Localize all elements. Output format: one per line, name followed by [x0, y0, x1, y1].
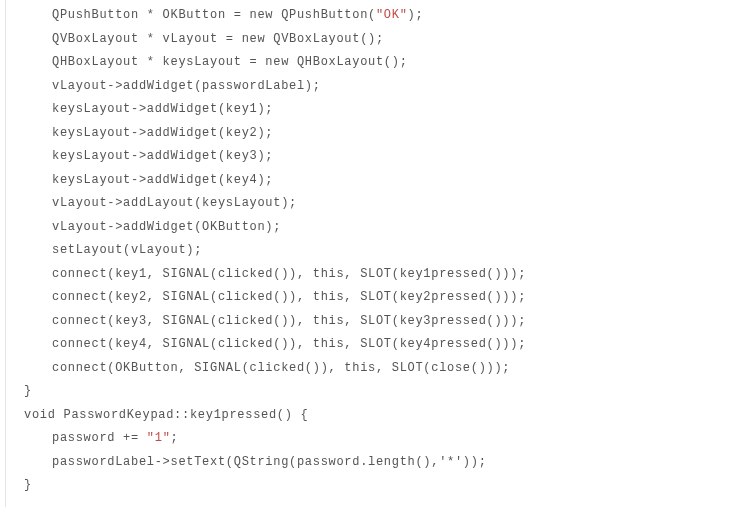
code-line: QHBoxLayout * keysLayout = new QHBoxLayo…	[12, 51, 752, 75]
code-text: QPushButton * OKButton = new QPushButton…	[52, 8, 376, 22]
code-text: passwordLabel->setText(QString(password.…	[52, 455, 487, 469]
code-line: vLayout->addWidget(OKButton);	[12, 216, 752, 240]
code-line: keysLayout->addWidget(key3);	[12, 145, 752, 169]
code-text: vLayout->addLayout(keysLayout);	[52, 196, 297, 210]
code-text: QHBoxLayout * keysLayout = new QHBoxLayo…	[52, 55, 408, 69]
string-literal: "1"	[147, 431, 171, 445]
code-text: keysLayout->addWidget(key4);	[52, 173, 273, 187]
code-line: connect(key2, SIGNAL(clicked()), this, S…	[12, 286, 752, 310]
code-line: keysLayout->addWidget(key1);	[12, 98, 752, 122]
code-line: vLayout->addLayout(keysLayout);	[12, 192, 752, 216]
code-text: connect(OKButton, SIGNAL(clicked()), thi…	[52, 361, 510, 375]
code-line: void PasswordKeypad::key1pressed() {	[12, 404, 752, 428]
code-text: ;	[171, 431, 179, 445]
code-text: connect(key1, SIGNAL(clicked()), this, S…	[52, 267, 526, 281]
code-text: password +=	[52, 431, 147, 445]
code-text: keysLayout->addWidget(key3);	[52, 149, 273, 163]
code-line: keysLayout->addWidget(key2);	[12, 122, 752, 146]
code-text: connect(key4, SIGNAL(clicked()), this, S…	[52, 337, 526, 351]
code-text: );	[408, 8, 424, 22]
code-line: password += "1";	[12, 427, 752, 451]
code-line: connect(key3, SIGNAL(clicked()), this, S…	[12, 310, 752, 334]
code-line: connect(key1, SIGNAL(clicked()), this, S…	[12, 263, 752, 287]
code-line: }	[12, 380, 752, 404]
gutter-border	[5, 0, 6, 507]
code-text: connect(key3, SIGNAL(clicked()), this, S…	[52, 314, 526, 328]
code-text: void PasswordKeypad::key1pressed() {	[24, 408, 308, 422]
code-text: QVBoxLayout * vLayout = new QVBoxLayout(…	[52, 32, 384, 46]
string-literal: "OK"	[376, 8, 408, 22]
code-text: }	[24, 384, 32, 398]
code-text: }	[24, 478, 32, 492]
code-line: QPushButton * OKButton = new QPushButton…	[12, 4, 752, 28]
code-line: vLayout->addWidget(passwordLabel);	[12, 75, 752, 99]
code-text: vLayout->addWidget(passwordLabel);	[52, 79, 321, 93]
code-text: keysLayout->addWidget(key1);	[52, 102, 273, 116]
code-text: setLayout(vLayout);	[52, 243, 202, 257]
code-line: }	[12, 474, 752, 498]
code-line: QVBoxLayout * vLayout = new QVBoxLayout(…	[12, 28, 752, 52]
code-text: connect(key2, SIGNAL(clicked()), this, S…	[52, 290, 526, 304]
code-line: keysLayout->addWidget(key4);	[12, 169, 752, 193]
code-text: keysLayout->addWidget(key2);	[52, 126, 273, 140]
code-block: QPushButton * OKButton = new QPushButton…	[12, 0, 752, 498]
code-line: connect(OKButton, SIGNAL(clicked()), thi…	[12, 357, 752, 381]
code-line: connect(key4, SIGNAL(clicked()), this, S…	[12, 333, 752, 357]
code-line: passwordLabel->setText(QString(password.…	[12, 451, 752, 475]
code-text: vLayout->addWidget(OKButton);	[52, 220, 281, 234]
code-line: setLayout(vLayout);	[12, 239, 752, 263]
